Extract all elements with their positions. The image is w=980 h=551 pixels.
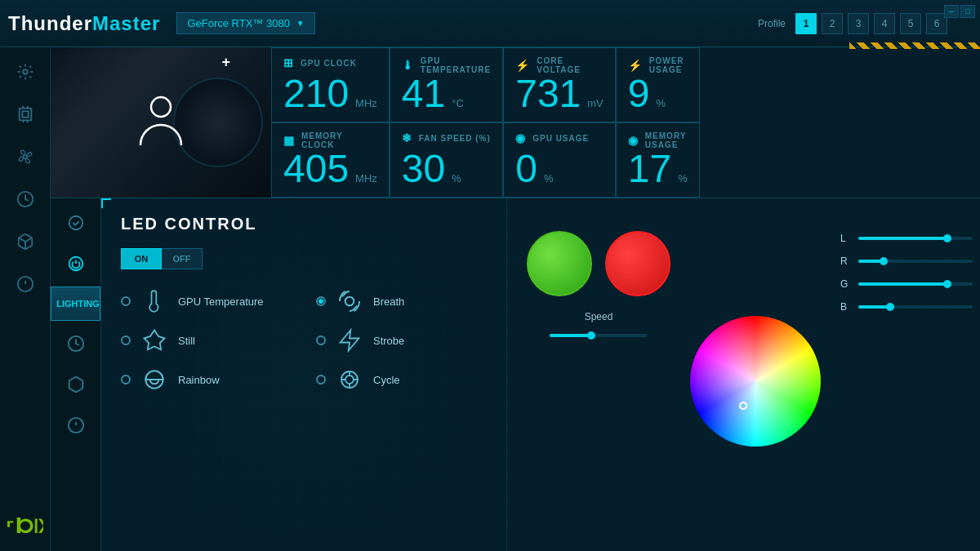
slider-b-track[interactable]	[858, 305, 973, 309]
stat-fan-speed-header: ❄ FAN SPEED (%)	[402, 131, 491, 144]
memory-clock-value-row: 405 MHz	[283, 149, 377, 189]
slider-b-thumb[interactable]	[886, 303, 894, 311]
stat-gpu-clock: ⊞ GPU CLOCK 210 MHz	[271, 47, 390, 122]
sidebar-item-cpu[interactable]	[7, 96, 43, 132]
power-usage-value: 9	[628, 74, 650, 113]
restore-button[interactable]: □	[960, 5, 975, 18]
led-radio-strobe[interactable]	[316, 335, 326, 345]
led-option-breath[interactable]: Breath	[316, 287, 487, 315]
oc-button[interactable]	[58, 205, 94, 241]
slider-g-thumb[interactable]	[943, 280, 951, 288]
profile-tab-1[interactable]: 1	[795, 13, 817, 34]
slider-l-track[interactable]	[858, 237, 973, 240]
gpu-avatar[interactable]	[136, 92, 185, 153]
left-sidebar	[0, 47, 51, 551]
led-option-strobe[interactable]: Strobe	[316, 327, 487, 354]
stat-fan-speed: ❄ FAN SPEED (%) 30 %	[390, 122, 503, 198]
stat-memory-usage: ◉ MEMORY USAGE 17 %	[616, 122, 700, 198]
fan-speed-unit: %	[452, 172, 461, 184]
profile-tabs: Profile 1 2 3 4 5 6	[758, 13, 947, 34]
profile-label: Profile	[758, 18, 786, 29]
slider-l-thumb[interactable]	[943, 234, 951, 242]
fan-speed-value: 30	[402, 149, 445, 189]
cube-btn[interactable]	[58, 367, 94, 402]
led-toggle-on[interactable]: ON	[121, 248, 162, 269]
profile-tab-2[interactable]: 2	[822, 13, 843, 34]
fan-speed-icon: ❄	[402, 131, 412, 144]
info-btn[interactable]	[58, 407, 94, 443]
sidebar-item-history[interactable]	[7, 181, 43, 217]
led-option-rainbow[interactable]: Rainbow	[121, 366, 292, 393]
lighting-button[interactable]: LIGHTING	[51, 287, 100, 321]
power-icon-btn[interactable]	[58, 246, 94, 282]
svg-point-14	[151, 97, 171, 117]
gpu-usage-unit: %	[544, 172, 554, 184]
power-usage-icon: ⚡	[628, 59, 643, 72]
slider-g-label: G	[840, 278, 850, 290]
gpu-selector[interactable]: GeForce RTX™ 3080 ▼	[176, 12, 314, 34]
sidebar-item-fan[interactable]	[7, 139, 43, 175]
window-controls: ─ □	[944, 5, 975, 18]
sidebar-item-cube[interactable]	[7, 224, 43, 260]
svg-rect-2	[22, 111, 28, 117]
side-icons: LIGHTING	[51, 198, 101, 551]
gpu-temp-value: 41	[402, 74, 445, 113]
color-wheel-section	[690, 228, 821, 535]
led-option-still[interactable]: Still	[121, 327, 292, 354]
gpu-usage-value-row: 0 %	[515, 149, 604, 189]
led-label-gpu-temp: GPU Temperature	[178, 295, 264, 308]
led-toggle-off[interactable]: OFF	[162, 248, 203, 269]
core-voltage-unit: mV	[587, 97, 604, 109]
history-btn[interactable]	[58, 326, 94, 362]
slider-r-thumb[interactable]	[880, 257, 888, 265]
speed-slider[interactable]	[550, 334, 648, 337]
led-radio-gpu-temp[interactable]	[121, 296, 131, 306]
fan-speed-value-row: 30 %	[402, 149, 491, 189]
slider-l-label: L	[840, 233, 850, 244]
breath-icon	[336, 287, 363, 315]
power-usage-value-row: 9 %	[628, 74, 688, 113]
color-circles	[527, 231, 670, 296]
svg-point-15	[69, 216, 82, 230]
power-usage-unit: %	[656, 97, 666, 109]
led-radio-rainbow[interactable]	[121, 375, 131, 384]
stat-power-usage: ⚡ POWER USAGE 9 %	[616, 47, 700, 122]
speed-slider-fill	[550, 334, 590, 337]
gpu-dropdown-icon[interactable]: ▼	[296, 19, 305, 28]
led-radio-still[interactable]	[121, 335, 131, 345]
color-circle-red[interactable]	[605, 231, 670, 296]
rainbow-icon	[140, 366, 168, 393]
profile-tab-3[interactable]: 3	[848, 13, 869, 34]
svg-point-22	[345, 297, 354, 306]
slider-r-label: R	[840, 256, 850, 267]
core-voltage-icon: ⚡	[515, 59, 530, 72]
color-wheel[interactable]	[690, 316, 821, 447]
color-circle-green[interactable]	[527, 231, 592, 296]
slider-row-b: B 71	[840, 301, 980, 313]
slider-r-track[interactable]	[858, 260, 973, 263]
content-area: + ⊞ GPU CLOCK 210 MHz	[51, 47, 980, 551]
led-radio-breath[interactable]	[316, 296, 326, 306]
led-radio-cycle[interactable]	[316, 375, 326, 384]
gpu-temp-icon: 🌡	[402, 59, 414, 72]
speed-label: Speed	[585, 311, 613, 322]
memory-usage-unit: %	[678, 172, 688, 184]
yellow-stripe-decoration	[849, 42, 980, 49]
gpu-usage-label: GPU USAGE	[532, 134, 589, 143]
sidebar-item-info[interactable]	[7, 266, 43, 302]
led-option-gpu-temp[interactable]: GPU Temperature	[121, 287, 292, 315]
svg-point-0	[23, 69, 28, 74]
slider-g-track[interactable]	[858, 282, 973, 286]
stat-core-voltage: ⚡ CORE VOLTAGE 731 mV	[503, 47, 616, 122]
memory-usage-value-row: 17 %	[628, 149, 688, 189]
profile-tab-4[interactable]: 4	[874, 13, 895, 34]
slider-row-r: R 56	[840, 256, 980, 267]
minimize-button[interactable]: ─	[944, 5, 959, 18]
logo-accent: Master	[92, 12, 160, 34]
gpu-image-panel: +	[51, 47, 271, 198]
sidebar-item-settings[interactable]	[7, 54, 43, 90]
profile-tab-5[interactable]: 5	[900, 13, 921, 34]
led-option-cycle[interactable]: Cycle	[316, 366, 487, 393]
speed-slider-thumb[interactable]	[587, 331, 595, 340]
add-profile-button[interactable]: +	[221, 54, 230, 71]
